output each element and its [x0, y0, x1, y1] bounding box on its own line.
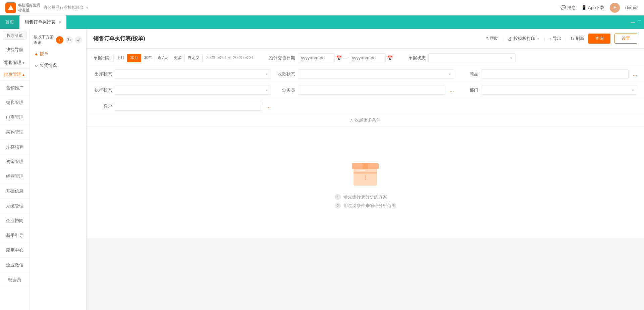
expected-date-end-input[interactable] [349, 53, 386, 62]
query-button[interactable]: 查询 [588, 34, 610, 44]
left-panel-header: 按以下方案查询 + ↻ « [30, 32, 86, 48]
filter-product: 商品 … [460, 69, 637, 79]
sidebar-item-ecommerce-label: 电商管理 [6, 114, 23, 120]
sidebar-item-finance[interactable]: 资金管理 [0, 154, 29, 169]
sidebar: 快捷导航 零售管理 ▼ 批发管理 ▲ 营销推广 销售管理 电商管理 采购管理 库… [0, 29, 30, 310]
collapse-more-button[interactable]: ∧ 收起更多条件 [87, 114, 644, 126]
sidebar-item-basics-label: 基础信息 [6, 188, 23, 194]
sidebar-item-retail-label: 零售管理 [4, 60, 21, 66]
date-tab-this-month[interactable]: 本月 [127, 54, 141, 62]
date-tab-custom[interactable]: 自定义 [184, 54, 203, 62]
print-button[interactable]: 🖨 按模板打印 ▼ [508, 36, 540, 42]
customer-more-icon[interactable]: … [266, 104, 271, 109]
logo-text: 畅捷通好生意 标准版 [18, 3, 40, 12]
hint2-text: 用过滤条件来缩小分析范围 [343, 203, 396, 209]
product-more-icon[interactable]: … [633, 71, 637, 77]
calendar-icon-start[interactable]: 📅 [336, 55, 342, 61]
breadcrumb-arrow-icon: ▼ [85, 5, 89, 10]
filter-date: 单据日期 上月 本月 本年 近7天 [93, 54, 254, 62]
sidebar-item-sales[interactable]: 销售管理 [0, 95, 29, 110]
expected-date-start-input[interactable] [298, 53, 335, 62]
empty-hint-1: 1 请先选择要分析的方案 [335, 194, 396, 200]
sidebar-item-system[interactable]: 系统管理 [0, 199, 29, 213]
sidebar-item-system-label: 系统管理 [6, 203, 23, 209]
tab-close-icon[interactable]: × [59, 20, 61, 24]
message-action[interactable]: 💬 消息 [560, 5, 576, 11]
svg-text:!: ! [364, 174, 366, 181]
sidebar-item-quick-nav[interactable]: 快捷导航 [0, 42, 29, 57]
app-label: App下载 [588, 5, 604, 11]
date-tab-7days[interactable]: 近7天 [155, 54, 171, 62]
sidebar-item-appstore[interactable]: 应用中心 [0, 243, 29, 258]
tab-minimize-icon[interactable]: ─ [631, 19, 635, 26]
print-label: 按模板打印 [514, 36, 535, 42]
svg-rect-4 [354, 172, 377, 173]
sidebar-item-operations[interactable]: 经营管理 [0, 169, 29, 184]
sidebar-item-ecommerce[interactable]: 电商管理 [0, 110, 29, 125]
sidebar-item-wholesale-label: 批发管理 [4, 71, 21, 78]
top-left: 畅捷通好生意 标准版 办公用品行业模拟账套 ▼ [5, 2, 89, 13]
hint1-num: 1 [335, 194, 341, 200]
salesperson-more-icon[interactable]: … [449, 88, 454, 93]
sidebar-item-newbie[interactable]: 新手引导 [0, 228, 29, 243]
sidebar-item-marketing[interactable]: 营销推广 [0, 81, 29, 95]
tab-active[interactable]: 销售订单执行表 × [19, 15, 66, 29]
sidebar-item-inventory[interactable]: 库存核算 [0, 140, 29, 154]
tab-maximize-icon[interactable]: □ [638, 19, 641, 26]
sidebar-item-operations-label: 经营管理 [6, 173, 23, 179]
payment-select[interactable] [298, 69, 454, 79]
sidebar-item-retail[interactable]: 零售管理 ▼ [0, 57, 29, 69]
sidebar-item-member[interactable]: 畅会员 [0, 272, 29, 287]
date-tab-more[interactable]: 更多 [171, 54, 185, 62]
sidebar-item-quick-nav-label: 快捷导航 [6, 47, 23, 53]
scheme-item-order[interactable]: ● 按单 [30, 48, 86, 60]
tab-bar: 首页 销售订单执行表 × ─ □ [0, 15, 644, 29]
add-scheme-button[interactable]: + [56, 36, 63, 44]
filter-collapse-row: ∧ 收起更多条件 [87, 114, 644, 126]
tab-home[interactable]: 首页 [0, 15, 19, 29]
customer-input[interactable] [115, 102, 262, 111]
export-button[interactable]: ↑ 导出 [549, 36, 561, 42]
product-label: 商品 [460, 71, 478, 77]
warehouse-select[interactable] [115, 69, 271, 79]
filter-expected-date: 预计交货日期 📅 — 📅 [269, 53, 393, 62]
collapse-more-label: 收起更多条件 [355, 117, 381, 123]
refresh-button[interactable]: ↻ 刷新 [571, 36, 584, 42]
settings-button[interactable]: 设置 [614, 34, 637, 44]
sidebar-item-wecom[interactable]: 企业微信 [0, 258, 29, 272]
sidebar-item-sales-label: 销售管理 [6, 100, 23, 106]
execution-select[interactable] [115, 86, 271, 95]
scheme-item-backorder-icon: ○ [35, 63, 38, 68]
print-icon: 🖨 [508, 36, 512, 41]
product-input[interactable] [481, 69, 629, 79]
collapse-panel-button[interactable]: « [75, 36, 82, 44]
message-icon: 💬 [560, 5, 566, 10]
salesperson-input[interactable] [298, 86, 445, 95]
date-tab-this-year[interactable]: 本年 [141, 54, 155, 62]
filter-payment-status: 收款状态 ▼ [276, 69, 454, 79]
department-select[interactable] [481, 86, 637, 95]
sidebar-item-basics[interactable]: 基础信息 [0, 184, 29, 199]
refresh-page-icon: ↻ [571, 36, 574, 41]
print-arrow-icon: ▼ [537, 37, 540, 41]
empty-state: ! 1 请先选择要分析的方案 2 用过滤条件来缩小分析范围 [87, 127, 644, 238]
user-name[interactable]: demo2 [625, 5, 639, 10]
search-input[interactable] [3, 32, 26, 40]
refresh-scheme-button[interactable]: ↻ [65, 36, 73, 44]
sidebar-item-wholesale[interactable]: 批发管理 ▲ [0, 69, 29, 81]
empty-hint-2: 2 用过滤条件来缩小分析范围 [335, 203, 396, 209]
sidebar-item-enterprise[interactable]: 企业协同 [0, 213, 29, 228]
divider2: | [544, 36, 545, 41]
date-range-separator: — [343, 55, 347, 60]
sidebar-item-purchase[interactable]: 采购管理 [0, 125, 29, 140]
date-tab-last-month[interactable]: 上月 [113, 54, 127, 62]
scheme-item-backorder[interactable]: ○ 欠货情况 [30, 60, 86, 71]
status-select[interactable] [428, 53, 516, 62]
app-download-action[interactable]: 📱 App下载 [581, 5, 604, 11]
help-button[interactable]: ? 帮助 [486, 36, 498, 42]
date-tabs: 上月 本月 本年 近7天 更多 [113, 54, 202, 62]
filter-doc-status: 单据状态 ▼ [408, 53, 637, 62]
refresh-icon: ↻ [67, 37, 71, 43]
calendar-icon-end[interactable]: 📅 [387, 55, 393, 61]
breadcrumb[interactable]: 办公用品行业模拟账套 ▼ [44, 5, 89, 10]
